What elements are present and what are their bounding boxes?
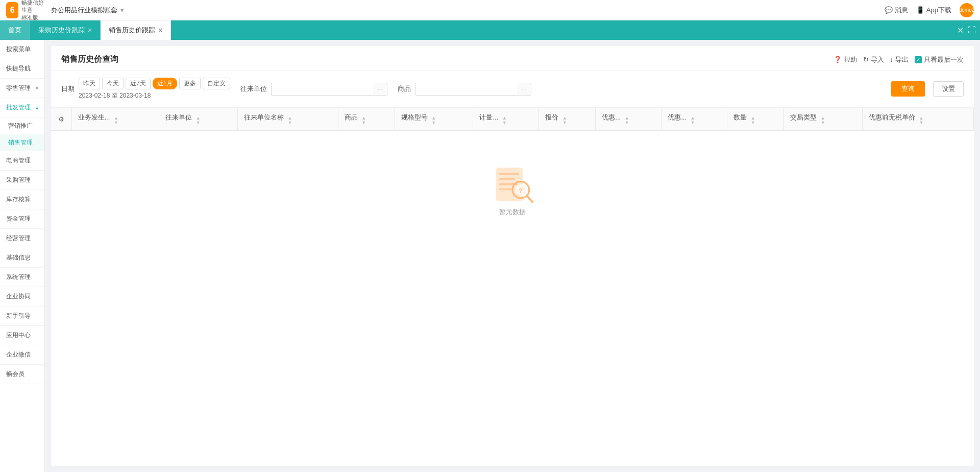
tab-bar-actions: ✕ ⛶ xyxy=(957,20,980,40)
page-header: 销售历史价查询 ❓ 帮助 ↻ 导入 ↓ 导出 xyxy=(51,46,974,70)
sidebar-item-member[interactable]: 畅会员 xyxy=(0,365,44,384)
date-filter-group: 日期 昨天 今天 近7天 近1月 更多 自定义 2023-02-18 至 202… xyxy=(61,78,230,100)
partner-filter-group: 往来单位 ··· xyxy=(240,83,387,96)
th-spec[interactable]: 规格型号 ▲▼ xyxy=(395,108,473,131)
svg-text:?: ? xyxy=(519,187,522,194)
tab-home-label: 首页 xyxy=(8,26,21,35)
tab-sales-history[interactable]: 销售历史价跟踪 × xyxy=(101,20,171,40)
th-pretax-price[interactable]: 优惠前无税单价 ▲▼ xyxy=(862,108,973,131)
import-btn[interactable]: ↻ 导入 xyxy=(863,55,884,64)
top-bar-right: 💬 消息 📱 App下载 demo2 xyxy=(885,3,974,17)
page: 销售历史价查询 ❓ 帮助 ↻ 导入 ↓ 导出 xyxy=(51,46,974,466)
help-icon: ❓ xyxy=(834,56,842,63)
sidebar-item-inventory[interactable]: 库存核算 xyxy=(0,190,44,209)
sidebar-item-operations[interactable]: 经营管理 xyxy=(0,229,44,248)
date-btn-1month[interactable]: 近1月 xyxy=(153,78,178,89)
th-biz-date[interactable]: 业务发生... ▲▼ xyxy=(71,108,159,131)
sort-icon-spec: ▲▼ xyxy=(431,116,436,125)
sidebar-item-system[interactable]: 系统管理 xyxy=(0,268,44,287)
date-btn-yesterday[interactable]: 昨天 xyxy=(79,78,100,89)
sidebar-item-search-menu[interactable]: 搜索菜单 xyxy=(0,40,44,59)
export-icon: ↓ xyxy=(890,56,894,63)
svg-line-7 xyxy=(527,196,532,202)
sidebar-item-ecommerce[interactable]: 电商管理 xyxy=(0,151,44,171)
sidebar-sub-item-sales-mgmt[interactable]: 销售管理 xyxy=(0,134,44,151)
tab-sales-close-icon[interactable]: × xyxy=(158,27,162,34)
sort-icon-partner-name: ▲▼ xyxy=(288,116,292,125)
date-btn-more[interactable]: 更多 xyxy=(179,78,201,89)
user-area[interactable]: demo2 xyxy=(960,3,974,17)
partner-label: 往来单位 xyxy=(240,84,267,93)
th-partner-code[interactable]: 往来单位 ▲▼ xyxy=(159,108,238,131)
th-discount2[interactable]: 优惠... ▲▼ xyxy=(662,108,727,131)
sort-icon-partner-code: ▲▼ xyxy=(196,116,201,125)
export-btn[interactable]: ↓ 导出 xyxy=(890,55,909,64)
table-container: ⚙ 业务发生... ▲▼ 往来单位 ▲▼ 往来单位名称 ▲ xyxy=(51,108,974,466)
empty-state: ? 暂元数据 xyxy=(51,131,974,247)
partner-dots-btn[interactable]: ··· xyxy=(373,83,387,96)
sidebar-item-enterprise-wechat[interactable]: 企业微信 xyxy=(0,345,44,365)
partner-input[interactable] xyxy=(271,83,373,96)
setting-btn[interactable]: 设置 xyxy=(933,81,964,97)
th-partner-name[interactable]: 往来单位名称 ▲▼ xyxy=(237,108,338,131)
help-btn[interactable]: ❓ 帮助 xyxy=(834,55,857,64)
date-btn-today[interactable]: 今天 xyxy=(102,78,124,89)
date-range-text: 2023-02-18 至 2023-03-18 xyxy=(79,91,230,100)
app-download-btn[interactable]: 📱 App下载 xyxy=(916,6,951,15)
app-title-area[interactable]: 办公用品行业模拟账套 ▾ xyxy=(51,6,124,15)
message-btn[interactable]: 💬 消息 xyxy=(885,6,908,15)
sidebar: 搜索菜单 快捷导航 零售管理 ▾ 批发管理 ▴ 营销推广 销售管理 电商管理 采… xyxy=(0,40,45,472)
sidebar-item-enterprise-collab[interactable]: 企业协同 xyxy=(0,287,44,306)
date-btn-7days[interactable]: 近7天 xyxy=(126,78,151,89)
sidebar-sub-item-marketing[interactable]: 营销推广 xyxy=(0,117,44,134)
tab-purchase-close-icon[interactable]: × xyxy=(88,26,92,34)
sidebar-item-purchase[interactable]: 采购管理 xyxy=(0,171,44,190)
th-unit[interactable]: 计量... ▲▼ xyxy=(473,108,539,131)
wholesale-arrow-icon: ▴ xyxy=(36,105,38,110)
data-table: ⚙ 业务发生... ▲▼ 往来单位 ▲▼ 往来单位名称 ▲ xyxy=(51,108,974,131)
sidebar-item-new-guide[interactable]: 新手引导 xyxy=(0,306,44,326)
only-last-checkbox-label[interactable]: 只看最后一次 xyxy=(915,55,964,64)
sort-icon-trade-type: ▲▼ xyxy=(821,116,825,125)
th-gear[interactable]: ⚙ xyxy=(51,108,71,131)
action-btns: 查询 设置 xyxy=(891,81,964,97)
product-filter-group: 商品 ··· xyxy=(398,83,531,96)
sidebar-item-quick-nav[interactable]: 快捷导航 xyxy=(0,59,44,79)
th-qty[interactable]: 数量 ▲▼ xyxy=(727,108,784,131)
sidebar-item-basic-info[interactable]: 基础信息 xyxy=(0,248,44,268)
sidebar-item-app-center[interactable]: 应用中心 xyxy=(0,326,44,345)
top-bar-left: 6 畅捷信好生意 标准版 办公用品行业模拟账套 ▾ xyxy=(6,0,124,21)
tab-close-all-btn[interactable]: ✕ xyxy=(957,26,964,35)
tab-fullscreen-btn[interactable]: ⛶ xyxy=(968,26,976,35)
th-product[interactable]: 商品 ▲▼ xyxy=(338,108,395,131)
partner-input-group: ··· xyxy=(271,83,387,96)
product-dots-btn[interactable]: ··· xyxy=(517,83,531,96)
top-bar: 6 畅捷信好生意 标准版 办公用品行业模拟账套 ▾ 💬 消息 📱 App下载 d… xyxy=(0,0,980,20)
sidebar-item-wholesale[interactable]: 批发管理 ▴ xyxy=(0,98,44,117)
only-last-checkbox[interactable] xyxy=(915,56,922,63)
sort-icon-discount2: ▲▼ xyxy=(691,116,695,125)
svg-rect-1 xyxy=(499,173,519,175)
sort-icon-qty: ▲▼ xyxy=(751,116,755,125)
th-quote[interactable]: 报价 ▲▼ xyxy=(539,108,596,131)
tab-home[interactable]: 首页 xyxy=(0,20,30,40)
svg-rect-2 xyxy=(499,178,515,180)
product-input[interactable] xyxy=(415,83,517,96)
date-btn-custom[interactable]: 自定义 xyxy=(203,78,230,89)
sidebar-item-basic-info-label: 基础信息 xyxy=(6,253,31,262)
search-btn[interactable]: 查询 xyxy=(891,81,925,97)
sidebar-item-capital-label: 资金管理 xyxy=(6,215,31,223)
th-discount1[interactable]: 优惠... ▲▼ xyxy=(596,108,662,131)
sidebar-item-retail[interactable]: 零售管理 ▾ xyxy=(0,79,44,98)
phone-icon: 📱 xyxy=(916,6,924,14)
logo-area: 6 畅捷信好生意 标准版 xyxy=(6,0,47,21)
th-trade-type[interactable]: 交易类型 ▲▼ xyxy=(784,108,863,131)
tab-purchase-history[interactable]: 采购历史价跟踪 × xyxy=(30,20,101,40)
sidebar-item-capital[interactable]: 资金管理 xyxy=(0,209,44,229)
sidebar-item-operations-label: 经营管理 xyxy=(6,234,31,243)
app-title: 办公用品行业模拟账套 xyxy=(51,6,117,15)
product-label: 商品 xyxy=(398,84,411,93)
logo-text: 畅捷信好生意 标准版 xyxy=(21,0,47,21)
app-title-dropdown-icon[interactable]: ▾ xyxy=(120,6,124,14)
content-area: 销售历史价查询 ❓ 帮助 ↻ 导入 ↓ 导出 xyxy=(45,40,980,472)
